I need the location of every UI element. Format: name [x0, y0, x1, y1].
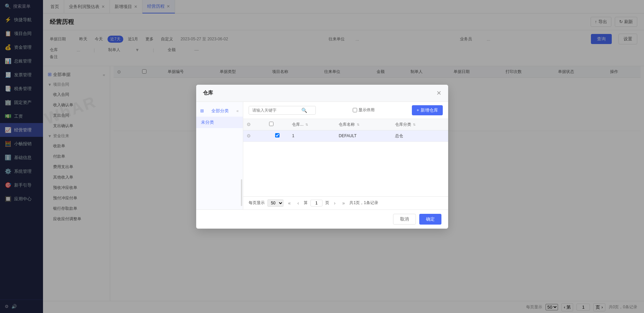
modal-page-unit: 页: [325, 200, 329, 206]
modal-right-panel: 🔍 显示停用 + 新增仓库: [243, 102, 448, 209]
modal-prev-page-btn[interactable]: ‹: [295, 200, 301, 206]
modal-page-input[interactable]: [310, 200, 323, 206]
modal-table: ⚙ 仓库... ⇅ 仓库名称 ⇅: [243, 119, 448, 196]
show-disabled-checkbox[interactable]: [353, 108, 357, 112]
scrollbar-thumb: [241, 179, 242, 206]
row-id: 1: [289, 130, 335, 142]
sort-name-icon: ⇅: [357, 123, 359, 126]
table-row[interactable]: ⚙ 1 DEFAULT 总仓: [243, 130, 448, 142]
cancel-button[interactable]: 取消: [393, 214, 416, 225]
modal-uncategorized[interactable]: 未分类: [196, 117, 243, 128]
add-warehouse-button[interactable]: + 新增仓库: [412, 105, 443, 115]
warehouse-modal: 仓库 ✕ ⊞ 全部分类 « 未分类: [196, 85, 448, 229]
modal-col-checkbox[interactable]: [266, 119, 289, 130]
show-disabled-label: 显示停用: [353, 107, 375, 113]
modal-toolbar: 🔍 显示停用 + 新增仓库: [243, 102, 448, 119]
modal-footer: 取消 确定: [196, 209, 448, 229]
row-code: DEFAULT: [335, 130, 392, 142]
modal-col-gear[interactable]: ⚙: [243, 119, 266, 130]
modal-search-input[interactable]: [252, 108, 299, 113]
modal-select-all[interactable]: [269, 122, 273, 126]
add-warehouse-label: 新增仓库: [421, 107, 438, 113]
row-checkbox[interactable]: [266, 130, 289, 142]
row-gear: ⚙: [243, 130, 266, 142]
modal-body: ⊞ 全部分类 « 未分类: [196, 102, 448, 209]
row-select-checkbox[interactable]: [275, 133, 280, 138]
grid-icon: ⊞: [200, 108, 204, 113]
confirm-button[interactable]: 确定: [419, 214, 441, 225]
sort-code-icon: ⇅: [305, 123, 308, 126]
modal-next-page-btn[interactable]: ›: [332, 200, 338, 206]
modal-title: 仓库: [203, 90, 213, 96]
all-category-label: 全部分类: [211, 108, 229, 114]
modal-last-page-btn[interactable]: »: [340, 200, 347, 206]
modal-left-scroll: 未分类: [196, 117, 243, 179]
modal-col-category: 仓库分类 ⇅: [392, 119, 448, 130]
modal-search-icon: 🔍: [301, 108, 307, 113]
modal-first-page-btn[interactable]: «: [286, 200, 293, 206]
modal-col-name: 仓库名称 ⇅: [335, 119, 392, 130]
warehouse-table: ⚙ 仓库... ⇅ 仓库名称 ⇅: [243, 119, 448, 142]
modal-search-box[interactable]: 🔍: [249, 106, 316, 115]
plus-icon: +: [417, 108, 419, 113]
modal-left-panel: ⊞ 全部分类 « 未分类: [196, 102, 243, 209]
sort-category-icon: ⇅: [413, 123, 416, 126]
modal-all-category[interactable]: ⊞ 全部分类 «: [196, 105, 243, 117]
modal-overlay: 仓库 ✕ ⊞ 全部分类 « 未分类: [0, 0, 644, 313]
modal-close-button[interactable]: ✕: [436, 89, 441, 97]
modal-per-page-select[interactable]: 50: [267, 199, 284, 207]
modal-col-code: 仓库... ⇅: [289, 119, 335, 130]
collapse-left-icon[interactable]: «: [237, 109, 239, 113]
modal-per-page-label: 每页显示: [249, 200, 265, 206]
modal-total-info: 共1页，1条记录: [349, 200, 378, 206]
modal-pagination: 每页显示 50 « ‹ 算 页 › » 共1页，1条记录: [243, 196, 448, 209]
row-name: 总仓: [392, 130, 448, 142]
modal-page-label: 算: [304, 200, 308, 206]
modal-header: 仓库 ✕: [196, 85, 448, 102]
